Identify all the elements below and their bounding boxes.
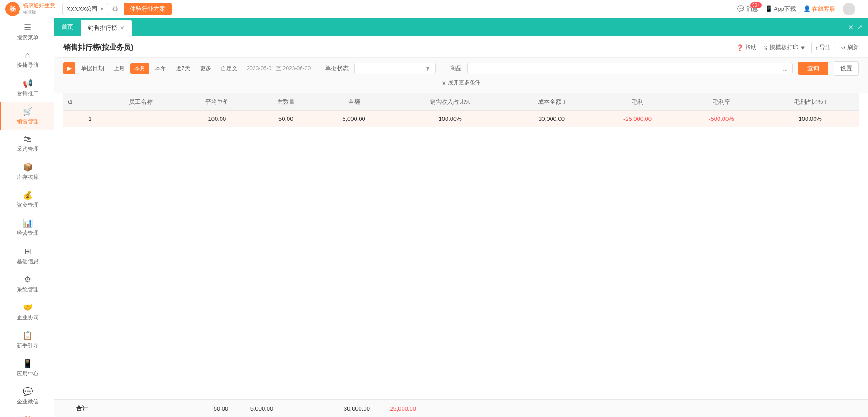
refresh-button[interactable]: ↺ 刷新 [841,43,859,52]
filter-collapse-btn[interactable]: ▶ [63,62,75,74]
cell-cost: 30,000.00 [509,111,594,127]
expand-more-btn[interactable]: ∨ 展开更多条件 [63,76,859,89]
footer-empty-name [121,405,167,412]
goods-input[interactable]: ... [467,63,793,74]
cell-gross-pct: 100.00% [762,111,859,127]
message-area[interactable]: 💬 消息 99+ [737,5,758,13]
cost-info-icon[interactable]: ℹ [563,99,565,105]
logo-icon: 畅 [5,2,20,16]
marketing-icon: 📢 [23,78,33,88]
sidebar-label-sales: 销售管理 [17,118,38,125]
query-button[interactable]: 查询 [798,62,828,75]
sidebar-label-marketing: 营销推广 [17,90,38,97]
th-rank [77,93,103,111]
th-settings[interactable]: ⚙ [63,93,77,111]
trial-button[interactable]: 体验行业方案 [124,3,172,15]
logo-sub: 标准版 [23,9,55,15]
sidebar-label-quicknav: 快捷导航 [17,62,38,69]
topbar-settings-icon[interactable]: ⚙ [112,5,118,13]
cell-quantity: 50.00 [255,111,317,127]
appcenter-icon: 📱 [23,359,33,369]
page-header: 销售排行榜(按业务员) ❓ 帮助 🖨 按模板打印 ▼ ↑ 导出 [54,36,868,57]
help-button[interactable]: ❓ 帮助 [736,43,757,52]
sidebar-item-sales[interactable]: 🛒 销售管理 [0,102,54,130]
footer-amount: 5,000.00 [239,405,284,412]
sidebar-item-system[interactable]: ⚙ 系统管理 [0,270,54,298]
export-button[interactable]: ↑ 导出 [811,42,836,53]
sidebar-item-quicknav[interactable]: ⌂ 快捷导航 [0,46,54,74]
th-sales-pct: 销售收入占比% [391,93,509,111]
sidebar-label-search: 搜索菜单 [17,34,38,42]
footer-sales-pct [284,405,334,412]
system-icon: ⚙ [24,274,31,284]
app-icon: 📱 [765,5,772,12]
refresh-icon: ↺ [841,44,846,51]
table-header-row: ⚙ 员工名称 平均单价 主数量 全额 销售收入占比% 成本全额 ℹ 毛利 毛利率… [63,93,859,111]
print-icon: 🖨 [762,44,768,51]
message-badge: 99+ [750,2,762,8]
home-icon: ⌂ [25,51,30,60]
table-row: 1 100.00 50.00 5,000.00 100.00% 30,000.0… [63,111,859,127]
date-tab-custom[interactable]: 自定义 [217,63,241,74]
sidebar-item-inventory[interactable]: 📦 库存核算 [0,158,54,186]
date-tab-thisyear[interactable]: 本年 [151,63,170,74]
expand-chevron-icon: ∨ [442,80,446,86]
tab-close-all-icon[interactable]: ✕ [848,24,854,31]
th-name: 员工名称 [103,93,179,111]
sidebar-item-finance[interactable]: 💰 资金管理 [0,186,54,214]
tab-sales-rank-close[interactable]: ✕ [120,25,125,31]
tab-sales-rank[interactable]: 销售排行榜 ✕ [81,20,132,36]
th-gross-pct: 毛利占比% ℹ [762,93,859,111]
settings-side-button[interactable]: 设置 [834,61,859,76]
print-button[interactable]: 🖨 按模板打印 ▼ [762,43,806,52]
sales-icon: 🛒 [23,106,33,116]
date-tab-thismonth[interactable]: 本月 [130,63,149,74]
sidebar-label-appcenter: 应用中心 [17,370,38,378]
company-selector[interactable]: XXXXX公司 ▼ [62,3,108,15]
goods-filter-label: 商品 [450,64,462,72]
sidebar-item-basic[interactable]: ⊞ 基础信息 [0,242,54,270]
export-icon: ↑ [815,44,819,51]
date-tab-lastmonth[interactable]: 上月 [110,63,129,74]
sidebar-label-inventory: 库存核算 [17,173,38,181]
cell-name [103,111,179,127]
tab-maximize-icon[interactable]: ⤢ [857,24,863,31]
th-amount: 全额 [317,93,391,111]
status-select[interactable]: ▼ [354,63,436,74]
online-service[interactable]: 👤 在线客服 [803,5,835,13]
cell-rank: 1 [77,111,103,127]
tab-home[interactable]: 首页 [54,18,81,36]
sidebar-item-search[interactable]: ☰ 搜索菜单 [0,18,54,46]
sidebar-item-appcenter[interactable]: 📱 应用中心 [0,354,54,382]
print-label: 按模板打印 [769,43,799,52]
user-avatar[interactable] [843,3,855,15]
cell-gross: -25,000.00 [594,111,681,127]
date-tab-7days[interactable]: 近7天 [172,63,194,74]
tab-home-label: 首页 [62,23,73,31]
sidebar-item-operation[interactable]: 📊 经营管理 [0,214,54,242]
sidebar-item-marketing[interactable]: 📢 营销推广 [0,74,54,102]
sidebar-item-vip[interactable]: V 畅会员 [0,410,54,417]
page-title: 销售排行榜(按业务员) [63,43,134,53]
grosspct-info-icon[interactable]: ℹ [825,99,826,105]
th-avg-price: 平均单价 [179,93,255,111]
app-download[interactable]: 📱 App下载 [765,5,796,13]
wechat-icon: 💬 [23,387,33,397]
sidebar-item-guide[interactable]: 📋 新手引导 [0,326,54,354]
goods-dots-icon: ... [783,65,788,72]
company-dropdown-arrow: ▼ [100,6,104,11]
cell-settings [63,111,77,127]
main-layout: ☰ 搜索菜单 ⌂ 快捷导航 📢 营销推广 🛒 销售管理 🛍 采购管理 📦 库存核… [0,18,868,417]
sidebar-label-guide: 新手引导 [17,342,38,350]
sidebar-label-basic: 基础信息 [17,258,38,265]
message-icon: 💬 [737,5,744,12]
date-tabs: 上月 本月 本年 近7天 更多 自定义 [110,63,241,74]
sidebar-item-purchase[interactable]: 🛍 采购管理 [0,130,54,158]
sidebar-item-corp[interactable]: 🤝 企业协同 [0,298,54,326]
content-area: 首页 销售排行榜 ✕ ✕ ⤢ 销售排行榜(按业务员) ❓ 帮助 [54,18,868,417]
date-tab-more[interactable]: 更多 [196,63,215,74]
sidebar-item-wechat[interactable]: 💬 企业微信 [0,382,54,410]
status-select-arrow: ▼ [425,65,431,72]
status-filter-label: 单据状态 [325,64,349,72]
tab-sales-rank-label: 销售排行榜 [88,24,117,32]
